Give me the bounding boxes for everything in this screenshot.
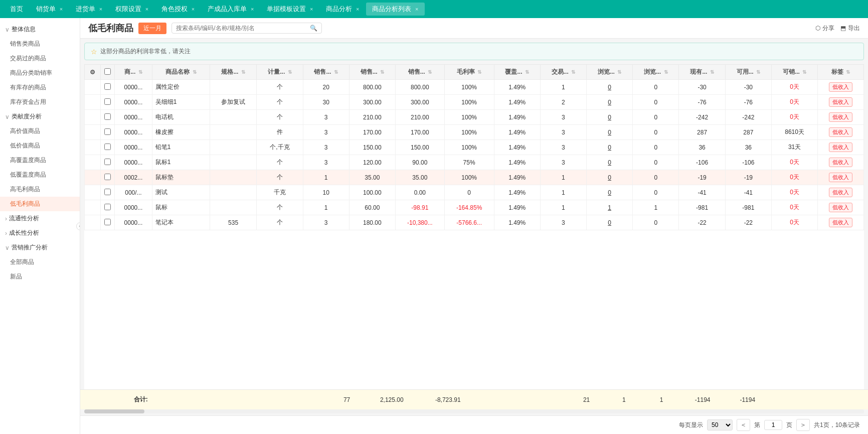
settings-icon[interactable]: ⚙ (90, 69, 95, 76)
row-view1[interactable]: 0 (587, 155, 633, 170)
sidebar-item-sales-goods[interactable]: 销售类商品 (0, 37, 80, 51)
sidebar-item-category-rate[interactable]: 商品分类助销率 (0, 66, 80, 80)
row-checkbox[interactable] (104, 219, 111, 225)
col-name[interactable]: 商品名称 ⇅ (152, 65, 210, 80)
col-view2[interactable]: 浏览... ⇅ (633, 65, 679, 80)
next-page-button[interactable]: ＞ (796, 419, 810, 431)
sidebar-section-flow[interactable]: › 流通性分析 (0, 211, 80, 226)
row-checkbox[interactable] (104, 174, 111, 180)
row-view1[interactable]: 0 (587, 185, 633, 200)
sidebar-item-all-goods[interactable]: 全部商品 (0, 255, 80, 269)
nav-product-in[interactable]: 产成品入库单 × (202, 3, 260, 16)
export-label: 导出 (848, 24, 860, 33)
search-icon[interactable]: 🔍 (310, 25, 317, 32)
sidebar-item-new-goods[interactable]: 新品 (0, 269, 80, 284)
col-trade[interactable]: 交易... ⇅ (540, 65, 586, 80)
row-view1[interactable]: 0 (587, 140, 633, 155)
share-button[interactable]: ⬡ 分享 (815, 24, 834, 33)
sidebar-item-high-value[interactable]: 高价值商品 (0, 124, 80, 138)
row-saleable: 0天 (771, 155, 817, 170)
row-checkbox[interactable] (104, 113, 111, 120)
row-view1[interactable]: 0 (587, 95, 633, 110)
row-settings (85, 95, 101, 110)
horizontal-scrollbar[interactable] (84, 409, 864, 413)
row-checkbox[interactable] (104, 143, 111, 150)
export-button[interactable]: ⬒ 导出 (840, 24, 860, 33)
col-sale-qty[interactable]: 销售... ⇅ (303, 65, 349, 80)
prev-page-button[interactable]: ＜ (737, 419, 750, 431)
select-all-checkbox[interactable] (104, 68, 111, 75)
top-navigation: 首页 销货单 × 进货单 × 权限设置 × 角色授权 × 产成品入库单 × 单据… (0, 0, 868, 18)
row-checkbox[interactable] (104, 98, 111, 105)
nav-sales-close[interactable]: × (60, 6, 63, 12)
col-spec[interactable]: 规格... ⇅ (210, 65, 256, 80)
col-view1[interactable]: 浏览... ⇅ (587, 65, 633, 80)
sidebar-section-overall[interactable]: ∨ 整体信息 (0, 22, 80, 37)
row-view1[interactable]: 0 (587, 170, 633, 185)
nav-permission[interactable]: 权限设置 × (109, 3, 154, 16)
page-input[interactable] (764, 420, 782, 430)
col-saleable[interactable]: 可销... ⇅ (771, 65, 817, 80)
row-checkbox[interactable] (104, 128, 111, 135)
sidebar-section-contribution[interactable]: ∨ 类献度分析 (0, 109, 80, 124)
nav-permission-close[interactable]: × (145, 6, 148, 12)
scrollbar-thumb[interactable] (84, 409, 144, 413)
nav-home[interactable]: 首页 (4, 3, 29, 16)
row-trade: 3 (540, 125, 586, 140)
pagination: 每页显示 50 100 200 ＜ 第 页 ＞ 共1页，10条记录 (80, 415, 868, 434)
nav-template-close[interactable]: × (310, 6, 313, 12)
sidebar-item-high-margin[interactable]: 高毛利商品 (0, 182, 80, 197)
sidebar-item-stocked-goods[interactable]: 有库存的商品 (0, 80, 80, 95)
col-coverage[interactable]: 覆盖... ⇅ (494, 65, 540, 80)
nav-sales[interactable]: 销货单 × (30, 3, 69, 16)
col-stock[interactable]: 现有... ⇅ (679, 65, 725, 80)
per-page-select[interactable]: 50 100 200 (707, 419, 733, 430)
nav-analysis[interactable]: 商品分析 × (320, 3, 365, 16)
row-view1[interactable]: 0 (587, 215, 633, 230)
nav-role-close[interactable]: × (192, 6, 195, 12)
sort-icon-code: ⇅ (138, 69, 142, 75)
row-view1[interactable]: 0 (587, 110, 633, 125)
col-available[interactable]: 可用... ⇅ (725, 65, 771, 80)
row-view1[interactable]: 1 (587, 200, 633, 215)
row-trade: 2 (540, 95, 586, 110)
nav-analysis-close[interactable]: × (356, 6, 359, 12)
sidebar-item-high-coverage[interactable]: 高覆盖度商品 (0, 153, 80, 168)
nav-analysis-list[interactable]: 商品分析列表 × (366, 3, 424, 16)
table-row: 0002... 鼠标垫 个 1 35.00 35.00 100% 1.49% 1… (85, 170, 864, 185)
sidebar-item-stock-capital[interactable]: 库存资金占用 (0, 95, 80, 109)
col-tag[interactable]: 标签 ⇅ (818, 65, 864, 80)
sidebar-item-low-coverage[interactable]: 低覆盖度商品 (0, 168, 80, 182)
col-unit[interactable]: 计量... ⇅ (257, 65, 303, 80)
nav-purchase[interactable]: 进货单 × (70, 3, 108, 16)
col-gross-rate[interactable]: 毛利率 ⇅ (444, 65, 494, 80)
row-checkbox[interactable] (104, 83, 111, 90)
nav-purchase-close[interactable]: × (99, 6, 102, 12)
filter-period-button[interactable]: 近一月 (138, 23, 166, 34)
col-sale-profit[interactable]: 销售... ⇅ (395, 65, 444, 80)
share-icon: ⬡ (815, 25, 820, 32)
nav-template[interactable]: 单据模板设置 × (261, 3, 319, 16)
row-checkbox[interactable] (104, 189, 111, 195)
row-checkbox[interactable] (104, 204, 111, 210)
sidebar-section-marketing[interactable]: ∨ 营销推广分析 (0, 240, 80, 255)
nav-analysis-list-close[interactable]: × (415, 6, 418, 12)
col-settings[interactable]: ⚙ (85, 65, 101, 80)
col-sale-price[interactable]: 销售... ⇅ (349, 65, 395, 80)
sidebar-item-low-value[interactable]: 低价值商品 (0, 138, 80, 153)
search-input[interactable] (176, 25, 308, 32)
col-code[interactable]: 商... ⇅ (115, 65, 152, 80)
row-spec (210, 110, 256, 125)
row-view1[interactable]: 0 (587, 125, 633, 140)
row-settings (85, 110, 101, 125)
row-view1[interactable]: 0 (587, 80, 633, 95)
sidebar-item-traded-goods[interactable]: 交易过的商品 (0, 51, 80, 66)
row-sale-profit: 35.00 (395, 170, 444, 185)
sidebar-item-low-margin[interactable]: 低毛利商品 (0, 197, 80, 211)
sidebar-section-growth[interactable]: › 成长性分析 (0, 226, 80, 240)
row-stock: -76 (679, 95, 725, 110)
row-checkbox[interactable] (104, 159, 111, 165)
nav-role[interactable]: 角色授权 × (155, 3, 201, 16)
nav-product-in-close[interactable]: × (251, 6, 254, 12)
tag-badge: 低收入 (829, 142, 852, 152)
